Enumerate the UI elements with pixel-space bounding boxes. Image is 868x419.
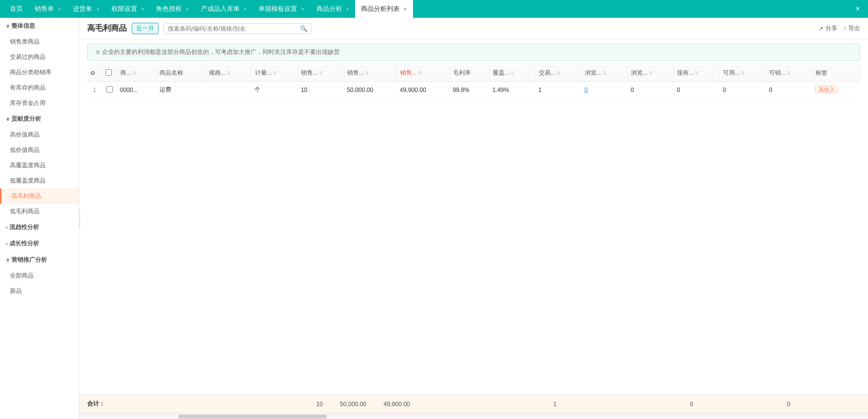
sidebar-section-trend[interactable]: › 流趋性分析 — [0, 219, 79, 235]
nav-purchase-close[interactable]: × — [96, 6, 99, 12]
nav-product-inbound-close[interactable]: × — [244, 6, 247, 12]
row-transaction: 1 — [535, 82, 581, 98]
section-label-contribution: 贡献度分析 — [11, 115, 41, 123]
export-label: 导出 — [848, 24, 860, 33]
col-checkbox[interactable] — [102, 65, 117, 82]
col-coverage[interactable]: 覆盖... ⇅ — [489, 65, 535, 82]
nav-permission[interactable]: 权限设置 × — [105, 0, 150, 18]
sidebar-section-contribution[interactable]: ∨ 贡献度分析 — [0, 111, 79, 127]
row-unit: 个 — [252, 82, 298, 98]
row-current-stock: 0 — [674, 82, 720, 98]
row-tag: 高收入 — [812, 82, 860, 98]
sidebar-item-low-margin[interactable]: 低毛利商品 — [0, 204, 79, 219]
select-all-checkbox[interactable] — [105, 69, 112, 76]
main-layout: ∨ 整体信息 销售类商品 交易过的商品 商品分类助销率 有库存的商品 库存资金占… — [0, 18, 868, 419]
scrollbar-thumb[interactable] — [178, 415, 327, 419]
col-code[interactable]: 商... ⇅ — [117, 65, 156, 82]
row-available-stock: 0 — [720, 82, 766, 98]
sidebar-section-marketing[interactable]: ∨ 营销推广分析 — [0, 252, 79, 268]
col-browse1[interactable]: 浏览... ⇅ — [581, 65, 627, 82]
table-container: ⚙ 商... ⇅ 商品名称 — [79, 65, 868, 230]
section-label-marketing: 营销推广分析 — [11, 256, 47, 264]
sidebar-section-overall[interactable]: ∨ 整体信息 — [0, 18, 79, 34]
nav-sales[interactable]: 销售单 × — [29, 0, 67, 18]
row-name: 运费 — [156, 82, 206, 98]
col-saleable-stock[interactable]: 可销... ⇅ — [766, 65, 812, 82]
col-current-stock[interactable]: 现有... ⇅ — [674, 65, 720, 82]
nav-product-analysis-close[interactable]: × — [346, 6, 349, 12]
search-input[interactable] — [168, 25, 298, 32]
top-navigation: 首页 销售单 × 进货单 × 权限设置 × 角色授权 × 产成品入库单 × 单据… — [0, 0, 868, 18]
content-area: « 高毛利商品 近一月 🔍 ↗ 分享 ↑ 导出 ⊙ 企业的主要的利润都是这部分商… — [79, 18, 868, 419]
row-code: 0000... — [117, 82, 156, 98]
row-sales-qty: 10 — [298, 82, 344, 98]
sort-icon-browse2: ⇅ — [649, 70, 653, 76]
section-arrow-growth: › — [6, 241, 7, 246]
sidebar-item-category-rate[interactable]: 商品分类助销率 — [0, 65, 79, 80]
sidebar-item-high-value[interactable]: 高价值商品 — [0, 127, 79, 142]
horizontal-scrollbar[interactable] — [79, 413, 868, 419]
row-gross-margin: 99.8% — [450, 82, 489, 98]
sidebar: ∨ 整体信息 销售类商品 交易过的商品 商品分类助销率 有库存的商品 库存资金占… — [0, 18, 79, 419]
content-spacer — [79, 230, 868, 394]
sidebar-item-high-margin[interactable]: 高毛利商品 — [0, 188, 79, 204]
nav-permission-close[interactable]: × — [141, 6, 144, 12]
share-button[interactable]: ↗ 分享 — [818, 24, 837, 33]
nav-purchase[interactable]: 进货单 × — [67, 0, 105, 18]
nav-permission-label: 权限设置 — [111, 4, 137, 13]
col-sales-profit[interactable]: 销售... ⇅ — [397, 65, 450, 82]
section-arrow-overall: ∨ — [6, 23, 9, 29]
sort-icon-spec: ⇅ — [227, 70, 231, 76]
sidebar-item-low-coverage[interactable]: 低覆盖度商品 — [0, 173, 79, 188]
col-name: 商品名称 — [156, 65, 206, 82]
nav-product-analysis-list-close[interactable]: × — [404, 6, 407, 12]
row-browse1[interactable]: 0 — [581, 82, 627, 98]
footer-transaction: 1 — [517, 401, 557, 408]
col-gross-margin: 毛利率 — [450, 65, 489, 82]
window-close-button[interactable]: × — [852, 4, 864, 13]
nav-template-close[interactable]: × — [301, 6, 304, 12]
sidebar-item-all-goods[interactable]: 全部商品 — [0, 268, 79, 283]
sidebar-item-high-coverage[interactable]: 高覆盖度商品 — [0, 158, 79, 173]
nav-product-analysis[interactable]: 商品分析 × — [310, 0, 355, 18]
sidebar-item-sales-goods[interactable]: 销售类商品 — [0, 34, 79, 49]
col-sales-amount[interactable]: 销售... ⇅ — [344, 65, 397, 82]
col-browse2[interactable]: 浏览... ⇅ — [628, 65, 674, 82]
row-checkbox-cell[interactable] — [102, 82, 117, 98]
row-checkbox[interactable] — [106, 86, 113, 93]
footer-data: 10 50,000.00 49,900.00 1 0 0 — [283, 401, 790, 408]
filter-recent-month[interactable]: 近一月 — [132, 23, 158, 34]
info-bar: ⊙ 企业的主要的利润都是这部分商品创造的，可考虑加大推广，同时关注库存是不要出现… — [87, 44, 860, 61]
row-browse2: 0 — [628, 82, 674, 98]
nav-purchase-label: 进货单 — [73, 4, 92, 13]
sidebar-item-stock-capital[interactable]: 库存资金占用 — [0, 95, 79, 111]
col-spec[interactable]: 规格... ⇅ — [205, 65, 252, 82]
search-box[interactable]: 🔍 — [163, 23, 312, 34]
section-arrow-contribution: ∨ — [6, 116, 9, 122]
sidebar-item-in-stock[interactable]: 有库存的商品 — [0, 80, 79, 95]
nav-sales-label: 销售单 — [35, 4, 54, 13]
sidebar-collapse-button[interactable]: « — [79, 209, 80, 229]
sidebar-item-traded-goods[interactable]: 交易过的商品 — [0, 49, 79, 65]
search-icon[interactable]: 🔍 — [300, 25, 307, 32]
sidebar-item-new-goods[interactable]: 新品 — [0, 283, 79, 299]
nav-product-inbound[interactable]: 产成品入库单 × — [195, 0, 253, 18]
col-unit[interactable]: 计量... ⇅ — [252, 65, 298, 82]
nav-home[interactable]: 首页 — [4, 0, 29, 18]
row-saleable-stock: 0 — [766, 82, 812, 98]
col-transaction[interactable]: 交易... ⇅ — [535, 65, 581, 82]
settings-icon[interactable]: ⚙ — [90, 70, 96, 77]
nav-role[interactable]: 角色授权 × — [150, 0, 195, 18]
col-sales-qty[interactable]: 销售... ⇅ — [298, 65, 344, 82]
nav-sales-close[interactable]: × — [58, 6, 61, 12]
col-available-stock[interactable]: 可用... ⇅ — [720, 65, 766, 82]
nav-product-inbound-label: 产成品入库单 — [201, 4, 240, 13]
nav-template[interactable]: 单据模板设置 × — [253, 0, 310, 18]
sort-icon-code: ⇅ — [132, 70, 136, 76]
nav-product-analysis-list[interactable]: 商品分析列表 × — [355, 0, 412, 18]
sidebar-item-low-value[interactable]: 低价值商品 — [0, 142, 79, 158]
export-button[interactable]: ↑ 导出 — [843, 24, 860, 33]
col-settings[interactable]: ⚙ — [87, 65, 102, 82]
sidebar-section-growth[interactable]: › 成长性分析 — [0, 235, 79, 252]
nav-role-close[interactable]: × — [186, 6, 189, 12]
